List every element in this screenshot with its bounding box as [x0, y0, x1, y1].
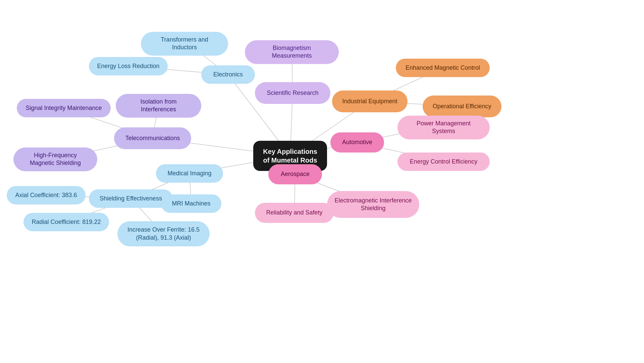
node-biomagnetism: Biomagnetism Measurements	[245, 40, 339, 64]
node-power-mgmt: Power Management Systems	[397, 116, 490, 139]
node-transformers: Transformers and Inductors	[141, 32, 228, 56]
node-telecom: Telecommunications	[114, 127, 191, 149]
node-aerospace: Aerospace	[268, 164, 322, 184]
node-energy-loss: Energy Loss Reduction	[89, 57, 168, 75]
node-reliability: Reliability and Safety	[255, 203, 334, 223]
node-medical-imaging: Medical Imaging	[156, 164, 223, 183]
node-radial-coeff: Radial Coefficient: 819.22	[23, 213, 109, 231]
node-increase-ferrite: Increase Over Ferrite: 16.5 (Radial), 91…	[117, 221, 210, 246]
node-scientific: Scientific Research	[255, 82, 330, 104]
node-enhanced-mag: Enhanced Magnetic Control	[396, 59, 490, 77]
node-automotive: Automotive	[330, 132, 384, 153]
node-shielding-eff: Shielding Effectiveness	[89, 189, 173, 208]
node-energy-control: Energy Control Efficiency	[397, 153, 490, 171]
node-isolation: Isolation from Interferences	[116, 94, 201, 118]
node-axial-coeff: Axial Coefficient: 383.6	[7, 186, 86, 204]
node-industrial: Industrial Equipment	[332, 90, 408, 112]
node-signal-integrity: Signal Integrity Maintenance	[17, 99, 111, 117]
node-emi-shielding: Electromagnetic Interference Shielding	[327, 191, 419, 218]
node-high-freq: High-Frequency Magnetic Shielding	[13, 147, 97, 171]
node-operational-eff: Operational Efficiency	[423, 96, 501, 117]
node-electronics: Electronics	[201, 65, 255, 84]
